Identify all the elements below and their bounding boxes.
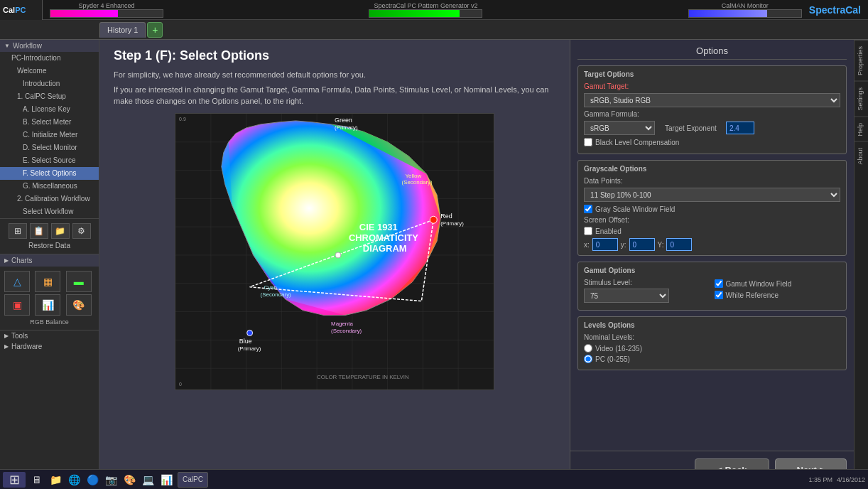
stimulus-select[interactable]: 75 [584,289,669,303]
app-logo: Cal PC [0,0,43,20]
tab-add-button[interactable]: + [147,22,163,38]
svg-text:(Secondary): (Secondary) [402,179,433,186]
restore-data-label[interactable]: Restore Data [28,242,70,249]
step-title: Step 1 (F): Select Options [114,48,555,63]
spyder-section: Spyder 4 Enhanced [50,2,163,18]
pc-radio-row: PC (0-255) [584,355,840,363]
sidebar-item-calpc-setup[interactable]: 1. CalPC Setup [0,90,99,103]
levels-options-title: Levels Options [584,321,840,329]
options-title: Options [577,45,847,60]
taskbar-icon-4[interactable]: 🔵 [84,472,101,488]
calman-section: CalMAN Monitor [688,2,802,18]
y-input[interactable] [629,238,655,251]
sidebar-item-select-monitor[interactable]: D. Select Monitor [0,141,99,154]
taskbar-app-calpc[interactable]: CalPC [178,472,208,488]
black-level-checkbox[interactable] [584,138,592,146]
svg-text:Green: Green [335,116,352,123]
xy-row: x: y: Y: [584,238,840,251]
workflow-header[interactable]: ▼ Workflow [0,40,99,52]
sidebar-item-select-source[interactable]: E. Select Source [0,154,99,167]
sidebar-item-tools[interactable]: ▶ Tools [0,331,99,341]
chart-icon-3[interactable]: ▬ [66,271,92,292]
sidebar-item-cal-workflow[interactable]: 2. Calibration Workflow [0,193,99,205]
gamut-window-checkbox[interactable] [715,279,723,288]
chart-icon-5[interactable]: 📊 [35,294,60,316]
taskbar-icon-2[interactable]: 📁 [47,472,64,488]
properties-tab[interactable]: Properties [855,40,868,81]
gray-scale-window-label: Gray Scale Window Field [595,205,675,213]
video-radio[interactable] [584,344,592,353]
target-exponent-input[interactable] [726,122,754,134]
charts-grid-area: △ ▦ ▬ ▣ 📊 🎨 RGB Balance [0,267,99,330]
gamut-options-title: Gamut Options [584,267,840,274]
stimulus-label: Stimulus Level: [584,279,710,286]
taskbar-icon-7[interactable]: 💻 [139,472,156,488]
gamut-target-select[interactable]: sRGB, Studio RGB [584,93,840,107]
stimulus-left: Stimulus Level: 75 [584,279,710,303]
gray-scale-window-checkbox[interactable] [584,205,592,213]
restore-area: ⊞ 📋 📁 ⚙ Restore Data [0,219,99,254]
tab-history1[interactable]: History 1 [99,22,146,38]
main-area: ▼ Workflow PC-Introduction Welcome Intro… [0,40,868,489]
calman-bar [688,9,802,18]
sidebar-item-welcome[interactable]: Welcome [0,65,99,77]
taskbar-icon-1[interactable]: 🖥 [28,472,45,488]
charts-icons-grid: △ ▦ ▬ ▣ 📊 🎨 [4,271,94,316]
gamma-formula-select[interactable]: sRGB [584,121,655,135]
chart-icon-6[interactable]: 🎨 [66,294,92,316]
tab-bar: History 1 + [0,20,868,40]
svg-text:Magenta: Magenta [331,321,353,327]
enabled-label: Enabled [595,227,622,235]
chart-icon-2[interactable]: ▦ [35,271,60,292]
settings-tab[interactable]: Settings [855,81,868,117]
sidebar-item-select-options[interactable]: F. Select Options [0,167,99,180]
taskbar-icon-3[interactable]: 🌐 [65,472,82,488]
svg-text:COLOR TEMPERATURE IN KELVIN: COLOR TEMPERATURE IN KELVIN [317,374,409,380]
advanced-icon[interactable]: ⊞ [9,223,27,239]
gamut-target-label: Gamut Target: [584,82,641,90]
calman-label: CalMAN Monitor [722,2,769,9]
cap-y-input[interactable] [666,238,692,251]
grayscale-options-title: Grayscale Options [584,165,840,173]
folder-icon[interactable]: 📁 [51,223,70,239]
black-level-row: Black Level Compensation [584,138,840,146]
cap-y-label: Y: [658,241,664,249]
y-label: y: [621,241,626,249]
sidebar-item-introduction[interactable]: Introduction [0,77,99,90]
white-ref-row: White Reference [715,291,841,299]
pc-label: PC (0-255) [595,355,630,363]
taskbar-pinned-icons: 🖥 📁 🌐 🔵 📷 🎨 💻 📊 [28,472,175,488]
about-tab[interactable]: About [855,141,868,171]
sidebar-item-pc-intro[interactable]: PC-Introduction [0,52,99,65]
brand-label: SpectraCal [809,4,868,16]
screen-offset-row: Screen Offset: [584,216,840,224]
levels-options-section: Levels Options Nominal Levels: Video (16… [577,316,847,370]
start-button[interactable]: ⊞ [3,472,26,488]
white-ref-checkbox[interactable] [715,291,723,299]
chart-icon-4[interactable]: ▣ [4,294,30,316]
sidebar-item-select-workflow[interactable]: Select Workflow [0,205,99,218]
settings-icon[interactable]: ⚙ [72,223,91,239]
help-tab[interactable]: Help [855,117,868,142]
taskbar-icon-6[interactable]: 🎨 [121,472,138,488]
x-input[interactable] [592,238,618,251]
data-icon[interactable]: 📋 [30,223,48,239]
charts-header[interactable]: ▶ Charts [0,254,99,267]
taskbar-icon-5[interactable]: 📷 [102,472,119,488]
sidebar-item-select-meter[interactable]: B. Select Meter [0,116,99,129]
pc-radio[interactable] [584,355,592,363]
sidebar-item-license[interactable]: A. License Key [0,103,99,116]
spyder-label: Spyder 4 Enhanced [78,2,134,9]
charts-arrow-icon: ▶ [4,257,9,264]
data-points-select[interactable]: 11 Step 10% 0-100 [584,188,840,202]
sidebar-item-misc[interactable]: G. Miscellaneous [0,180,99,193]
far-right-panel: Properties Settings Help About [854,40,868,489]
sidebar-item-init-meter[interactable]: C. Initialize Meter [0,129,99,141]
chart-icon-1[interactable]: △ [4,271,30,292]
pattern-gen-label: SpectraCal PC Pattern Generator v2 [374,2,477,9]
data-points-label: Data Points: [584,177,641,185]
screen-offset-enabled-checkbox[interactable] [584,227,592,235]
taskbar-icon-8[interactable]: 📊 [158,472,175,488]
gamut-select-row: sRGB, Studio RGB [584,93,840,107]
sidebar-item-hardware[interactable]: ▶ Hardware [0,341,99,352]
